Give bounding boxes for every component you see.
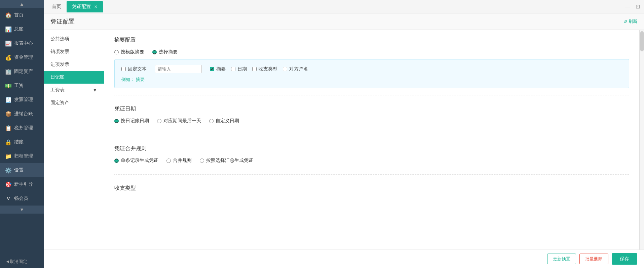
update-preview-button[interactable]: 更新预置 bbox=[547, 254, 576, 264]
tab-bar: 首页 凭证配置 ✕ — ⊡ bbox=[44, 0, 644, 13]
summary-config-box: 固定文本 摘要 日期 bbox=[114, 59, 629, 88]
sidebar-item-label: 新手引导 bbox=[14, 181, 33, 187]
sidebar-item-home[interactable]: 🏠 首页 bbox=[0, 8, 44, 22]
settings-icon: ⚙️ bbox=[5, 167, 11, 173]
left-nav-journal[interactable]: 日记账 bbox=[44, 71, 104, 84]
date-radio-last-day[interactable]: 对应期间最后一天 bbox=[157, 118, 201, 124]
summary-example: 例如： 摘要 bbox=[121, 77, 622, 83]
merge-radio-select-merge[interactable]: 按照选择汇总生成凭证 bbox=[200, 158, 253, 164]
sidebar-item-assets[interactable]: 🏢 固定资产 bbox=[0, 64, 44, 79]
left-nav-sales-invoice[interactable]: 销项发票 bbox=[44, 45, 104, 58]
sidebar-item-label: 设置 bbox=[14, 167, 24, 173]
date-radio-journal-label: 按日记账日期 bbox=[121, 118, 149, 124]
page-title: 凭证配置 bbox=[50, 17, 75, 26]
merge-radio-rules-label: 合并规则 bbox=[173, 158, 192, 164]
tab-home[interactable]: 首页 bbox=[46, 1, 67, 12]
tab-close-icon[interactable]: ✕ bbox=[94, 4, 98, 9]
refresh-label: 刷新 bbox=[629, 18, 637, 25]
left-nav-fixed-assets-label: 固定资产 bbox=[50, 100, 69, 106]
sidebar-item-label: 税务管理 bbox=[14, 125, 33, 131]
sidebar-item-label: 首页 bbox=[14, 12, 24, 18]
left-nav-fixed-assets[interactable]: 固定资产 bbox=[44, 96, 104, 109]
assets-icon: 🏢 bbox=[5, 69, 11, 75]
date-section: 凭证日期 按日记账日期 对应期间最后一天 自定义日期 bbox=[114, 105, 629, 135]
tab-voucher-config-label: 凭证配置 bbox=[72, 4, 91, 10]
invoice-icon: 🧾 bbox=[5, 97, 11, 103]
sidebar-item-ledger[interactable]: 📊 总账 bbox=[0, 22, 44, 36]
sidebar-item-vip[interactable]: V 畅会员 bbox=[0, 191, 44, 206]
checkbox-summary-label: 摘要 bbox=[216, 66, 226, 72]
tax-icon: 📋 bbox=[5, 125, 11, 131]
scrollbar-thumb[interactable] bbox=[640, 31, 644, 51]
sidebar-item-archive[interactable]: 📁 归档管理 bbox=[0, 149, 44, 163]
sidebar-item-label: 报表中心 bbox=[14, 40, 33, 46]
checkbox-date[interactable]: 日期 bbox=[231, 66, 247, 72]
sidebar-item-label: 结账 bbox=[14, 139, 24, 145]
left-nav-sales-invoice-label: 销项发票 bbox=[50, 49, 69, 55]
merge-radio-single-label: 单条记录生成凭证 bbox=[121, 158, 158, 164]
sidebar-item-sales[interactable]: 📦 进销台账 bbox=[0, 107, 44, 121]
scrollbar-track[interactable] bbox=[639, 30, 644, 250]
cancel-fixed-btn[interactable]: ◄取消固定 bbox=[0, 255, 44, 268]
sidebar-item-closing[interactable]: 🔒 结账 bbox=[0, 135, 44, 149]
merge-radio-group: 单条记录生成凭证 合并规则 按照选择汇总生成凭证 bbox=[114, 158, 629, 164]
sidebar-item-capital[interactable]: 💰 资金管理 bbox=[0, 50, 44, 64]
tab-minimize-btn[interactable]: — bbox=[623, 3, 632, 10]
tab-maximize-btn[interactable]: ⊡ bbox=[634, 3, 641, 10]
left-nav: 公共选项 销项发票 进项发票 日记账 工资表 ▼ 固定资产 bbox=[44, 30, 104, 250]
summary-radio-group: 按模版摘要 选择摘要 bbox=[114, 49, 629, 55]
date-radio-custom[interactable]: 自定义日期 bbox=[209, 118, 239, 124]
vip-icon: V bbox=[5, 195, 11, 202]
sidebar-item-reports[interactable]: 📈 报表中心 bbox=[0, 36, 44, 50]
right-content: 摘要配置 按模版摘要 选择摘要 bbox=[104, 30, 639, 250]
home-icon: 🏠 bbox=[5, 12, 11, 18]
summary-radio-select[interactable]: 选择摘要 bbox=[152, 49, 178, 55]
save-button[interactable]: 保存 bbox=[612, 253, 637, 265]
sidebar-item-label: 总账 bbox=[14, 26, 24, 32]
left-nav-purchase-invoice-label: 进项发票 bbox=[50, 61, 69, 68]
checkbox-counter-name-label: 对方户名 bbox=[289, 66, 308, 72]
sidebar-item-guide[interactable]: 🎯 新手引导 bbox=[0, 177, 44, 191]
tab-voucher-config[interactable]: 凭证配置 ✕ bbox=[67, 1, 103, 12]
checkbox-income-type[interactable]: 收支类型 bbox=[252, 66, 277, 72]
checkbox-fixed-text[interactable]: 固定文本 bbox=[121, 66, 147, 72]
sidebar-item-label: 发票管理 bbox=[14, 97, 33, 103]
date-radio-journal[interactable]: 按日记账日期 bbox=[114, 118, 149, 124]
date-radio-last-day-label: 对应期间最后一天 bbox=[163, 118, 201, 124]
checkbox-counter-name[interactable]: 对方户名 bbox=[283, 66, 308, 72]
footer-bar: 更新预置 批量删除 保存 bbox=[44, 250, 644, 268]
summary-radio-template[interactable]: 按模版摘要 bbox=[114, 49, 144, 55]
tab-home-label: 首页 bbox=[52, 4, 61, 10]
left-nav-public[interactable]: 公共选项 bbox=[44, 33, 104, 45]
sidebar-item-tax[interactable]: 📋 税务管理 bbox=[0, 121, 44, 135]
summary-checkbox-group: 固定文本 摘要 日期 bbox=[121, 65, 622, 73]
merge-radio-single[interactable]: 单条记录生成凭证 bbox=[114, 158, 158, 164]
sidebar-item-label: 畅会员 bbox=[14, 195, 28, 202]
merge-section: 凭证合并规则 单条记录生成凭证 合并规则 按照选择汇总生成凭证 bbox=[114, 145, 629, 175]
body-layout: 公共选项 销项发票 进项发票 日记账 工资表 ▼ 固定资产 bbox=[44, 30, 644, 250]
sidebar-item-salary[interactable]: 💵 工资 bbox=[0, 79, 44, 93]
checkbox-date-label: 日期 bbox=[237, 66, 247, 72]
sidebar-scroll-up[interactable]: ▲ bbox=[0, 0, 44, 8]
main-area: 首页 凭证配置 ✕ — ⊡ 凭证配置 ↺ 刷新 公共选项 bbox=[44, 0, 644, 268]
date-radio-group: 按日记账日期 对应期间最后一天 自定义日期 bbox=[114, 118, 629, 124]
date-radio-custom-label: 自定义日期 bbox=[216, 118, 239, 124]
closing-icon: 🔒 bbox=[5, 139, 11, 145]
merge-radio-rules[interactable]: 合并规则 bbox=[166, 158, 192, 164]
summary-radio-template-label: 按模版摘要 bbox=[121, 49, 144, 55]
salary-icon: 💵 bbox=[5, 83, 11, 89]
sidebar-scroll-down[interactable]: ▼ bbox=[0, 206, 44, 214]
sidebar: ▲ 🏠 首页 📊 总账 📈 报表中心 💰 资金管理 🏢 固定资产 💵 工资 🧾 … bbox=[0, 0, 44, 268]
guide-icon: 🎯 bbox=[5, 181, 11, 187]
left-nav-purchase-invoice[interactable]: 进项发票 bbox=[44, 58, 104, 71]
batch-delete-button[interactable]: 批量删除 bbox=[579, 254, 608, 264]
reports-icon: 📈 bbox=[5, 40, 11, 46]
cancel-fixed-label: ◄取消固定 bbox=[5, 259, 27, 265]
sidebar-item-settings[interactable]: ⚙️ 设置 bbox=[0, 163, 44, 177]
checkbox-summary[interactable]: 摘要 bbox=[210, 66, 226, 72]
fixed-text-input[interactable] bbox=[155, 65, 202, 73]
refresh-button[interactable]: ↺ 刷新 bbox=[623, 18, 637, 25]
sidebar-item-invoice[interactable]: 🧾 发票管理 bbox=[0, 93, 44, 107]
left-nav-payroll[interactable]: 工资表 ▼ bbox=[44, 84, 104, 96]
ledger-icon: 📊 bbox=[5, 26, 11, 32]
